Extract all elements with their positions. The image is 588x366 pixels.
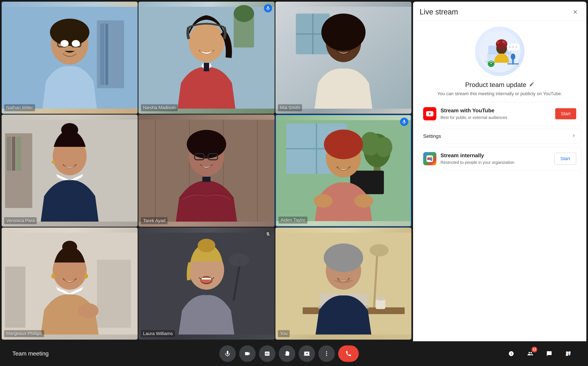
svg-point-22: [321, 14, 365, 51]
bottom-toolbar: Team meeting: [0, 341, 588, 366]
meeting-title-row: Product team update: [413, 79, 586, 90]
svg-rect-91: [507, 63, 519, 64]
meeting-name: Product team update: [465, 81, 526, 89]
participant-name-2: Niesha Madison: [141, 104, 178, 111]
more-options-button[interactable]: [318, 345, 335, 362]
internal-stream-card: Stream internally Restricted to people i…: [418, 147, 581, 170]
participant-name-4: Veronica Para: [4, 217, 37, 224]
svg-point-53: [324, 130, 363, 159]
video-tile-1[interactable]: Nathan Miller: [2, 2, 138, 114]
raise-hand-button[interactable]: [279, 345, 295, 362]
mic-active-icon-6: [400, 118, 408, 126]
svg-point-100: [509, 46, 511, 48]
video-tile-8[interactable]: Laura Williams: [138, 228, 274, 340]
svg-point-102: [515, 46, 517, 48]
controls-center: [219, 345, 359, 362]
svg-point-47: [375, 137, 392, 157]
controls-right: 12: [504, 346, 576, 361]
internal-stream-info: Stream internally Restricted to people i…: [440, 152, 550, 165]
camera-button[interactable]: [239, 345, 256, 362]
close-panel-button[interactable]: [571, 8, 580, 16]
youtube-stream-info: Stream with YouTube Best for public or e…: [440, 107, 551, 120]
svg-rect-25: [7, 137, 11, 171]
video-tile-3[interactable]: Mia Smith: [275, 2, 411, 114]
stream-options: Stream with YouTube Best for public or e…: [413, 102, 586, 175]
live-stream-panel: Live stream: [413, 2, 586, 341]
svg-point-105: [326, 351, 327, 352]
google-meet-icon: [423, 152, 436, 165]
svg-point-89: [491, 63, 492, 64]
svg-point-14: [189, 23, 224, 62]
svg-rect-57: [5, 267, 25, 328]
video-tile-9[interactable]: You: [275, 228, 411, 340]
chat-button[interactable]: [542, 346, 557, 361]
video-tile-5[interactable]: Tarek Ayad: [138, 114, 274, 227]
svg-point-62: [84, 274, 88, 278]
panel-illustration: [413, 21, 586, 79]
video-tile-6[interactable]: Aiden Taylor: [275, 114, 411, 227]
youtube-stream-main: Stream with YouTube Best for public or e…: [423, 107, 576, 120]
svg-point-10: [72, 40, 80, 47]
participant-name-6: Aiden Taylor: [279, 217, 308, 224]
svg-point-66: [229, 253, 249, 267]
internal-stream-name: Stream internally: [440, 152, 550, 159]
panel-title: Live stream: [420, 8, 458, 16]
participant-name-8: Laura Williams: [141, 330, 175, 337]
youtube-stream-desc: Best for public or external audiences: [440, 114, 551, 120]
svg-point-13: [234, 5, 254, 22]
people-button[interactable]: 12: [523, 346, 538, 361]
svg-point-106: [326, 353, 327, 354]
panel-subtitle: You can stream this meeting internally o…: [413, 90, 586, 102]
people-badge: 12: [532, 347, 537, 352]
info-button[interactable]: [504, 346, 519, 361]
participant-name-3: Mia Smith: [278, 104, 302, 111]
svg-point-96: [498, 40, 501, 42]
present-button[interactable]: [298, 345, 315, 362]
settings-row[interactable]: Settings: [418, 129, 581, 144]
youtube-start-button[interactable]: Start: [555, 108, 576, 119]
svg-point-74: [369, 244, 389, 256]
youtube-stream-card: Stream with YouTube Best for public or e…: [418, 102, 581, 125]
chevron-right-icon: [571, 133, 576, 139]
video-tile-2[interactable]: Niesha Madison: [138, 2, 274, 114]
svg-point-38: [187, 130, 226, 158]
svg-point-29: [61, 123, 78, 137]
participant-name-7: Margeaux Phillips: [4, 330, 44, 337]
svg-point-98: [504, 42, 506, 45]
svg-point-60: [62, 241, 77, 253]
svg-rect-3: [105, 24, 108, 85]
svg-rect-2: [100, 24, 104, 85]
svg-point-92: [511, 53, 515, 60]
end-call-button[interactable]: [338, 345, 359, 362]
video-tile-4[interactable]: Veronica Para: [2, 114, 138, 227]
settings-label: Settings: [423, 133, 441, 139]
svg-point-55: [354, 194, 373, 207]
svg-rect-26: [12, 137, 15, 171]
svg-point-30: [52, 160, 55, 164]
svg-rect-42: [202, 177, 211, 182]
svg-point-61: [51, 274, 55, 278]
panel-header: Live stream: [413, 2, 586, 21]
internal-stream-main: Stream internally Restricted to people i…: [423, 152, 576, 165]
mic-active-icon-2: [264, 4, 272, 12]
participant-name-9: You: [278, 330, 290, 337]
youtube-stream-name: Stream with YouTube: [440, 107, 551, 114]
video-grid: Nathan Miller: [0, 0, 413, 341]
internal-start-button[interactable]: Start: [554, 153, 576, 165]
captions-button[interactable]: [259, 345, 275, 362]
edit-meeting-name-button[interactable]: [529, 82, 534, 88]
svg-point-63: [78, 303, 99, 318]
participant-name-5: Tarek Ayad: [141, 217, 167, 224]
svg-point-68: [198, 239, 215, 252]
internal-stream-desc: Restricted to people in your organizatio…: [440, 160, 550, 165]
participant-name-1: Nathan Miller: [4, 104, 35, 111]
meeting-title: Team meeting: [12, 350, 74, 357]
svg-rect-27: [16, 137, 21, 171]
microphone-button[interactable]: [219, 345, 236, 362]
svg-point-9: [61, 40, 69, 47]
svg-point-81: [324, 243, 363, 272]
activities-button[interactable]: [561, 346, 576, 361]
svg-rect-71: [202, 278, 211, 279]
video-tile-7[interactable]: Margeaux Phillips: [2, 228, 138, 340]
svg-rect-15: [204, 63, 209, 71]
